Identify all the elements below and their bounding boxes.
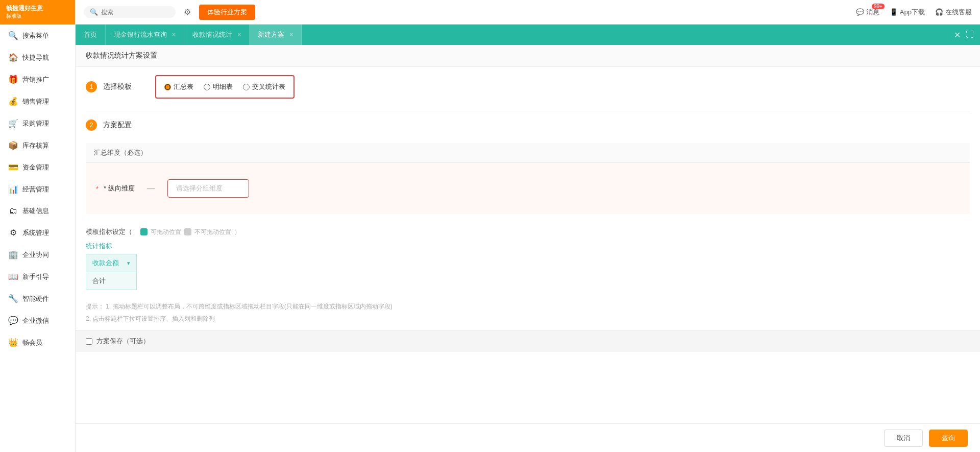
tab-stats-close[interactable]: ×: [237, 31, 241, 38]
cancel-button[interactable]: 取消: [884, 430, 923, 447]
tips-section: 提示： 1. 拖动标题栏可以调整布局，不可跨维度或指标区域拖动栏目字段(只能在同…: [76, 295, 980, 330]
sales-icon: 💰: [8, 97, 18, 106]
sidebar-item-sales[interactable]: 💰 销售管理: [0, 90, 75, 112]
save-label: 方案保存（可选）: [96, 337, 150, 346]
template-summary-radio[interactable]: [164, 84, 171, 90]
topbar-right: 💬 消息 99+ 📱 App下载 🎧 在线客服: [856, 8, 972, 17]
metrics-section: 模板指标设定（ 可拖动位置 不可拖动位置 ） 统计指标 收款金额: [76, 222, 980, 295]
vertical-dim-row: * * 纵向维度: [96, 184, 135, 193]
template-cross-radio[interactable]: [243, 84, 250, 90]
sidebar-item-enterprise[interactable]: 🏢 企业协同: [0, 244, 75, 266]
search-box[interactable]: 🔍: [84, 6, 176, 18]
save-checkbox[interactable]: [86, 338, 92, 345]
sidebar-item-system[interactable]: ⚙ 系统管理: [0, 222, 75, 244]
search-input[interactable]: [101, 9, 162, 16]
operations-icon: 📊: [8, 184, 18, 194]
dimension-drop-area: * * 纵向维度 — 请选择分组维度: [86, 163, 970, 214]
non-draggable-label: 不可拖动位置: [194, 228, 231, 236]
dimension-title: 汇总维度（必选）: [94, 149, 147, 156]
template-detail-radio[interactable]: [204, 84, 210, 90]
search-menu-icon: 🔍: [8, 31, 18, 40]
gear-icon[interactable]: ⚙: [184, 7, 191, 17]
metrics-col-header[interactable]: 收款金额 ▾: [86, 254, 136, 272]
marketing-icon: 🎁: [8, 75, 18, 84]
sidebar-item-purchase[interactable]: 🛒 采购管理: [0, 112, 75, 134]
sidebar-item-member[interactable]: 👑 畅会员: [0, 331, 75, 353]
content-area: 收款情况统计方案设置 1 选择模板 汇总表 明细表: [76, 45, 980, 423]
sidebar-item-basic-info[interactable]: 🗂 基础信息: [0, 200, 75, 222]
tab-home-label: 首页: [84, 30, 97, 39]
tab-bank-label: 现金银行流水查询: [114, 30, 167, 39]
template-cross[interactable]: 交叉统计表: [243, 82, 285, 91]
sidebar-item-label: 智能硬件: [22, 294, 49, 303]
sidebar-item-inventory[interactable]: 📦 库存核算: [0, 134, 75, 156]
logo-text: 畅捷通好生意: [6, 5, 43, 12]
tab-bank-close[interactable]: ×: [172, 31, 176, 38]
expand-tab-icon[interactable]: ⛶: [966, 30, 974, 39]
metrics-section-close: ）: [234, 228, 240, 236]
tips-title: 提示：: [86, 303, 104, 310]
tabbar: 首页 现金银行流水查询 × 收款情况统计 × 新建方案 × ✕ ⛶: [76, 25, 980, 45]
template-detail[interactable]: 明细表: [204, 82, 233, 91]
tip1: 提示： 1. 拖动标题栏可以调整布局，不可跨维度或指标区域拖动栏目字段(只能在同…: [86, 300, 970, 313]
purchase-icon: 🛒: [8, 118, 18, 128]
service-button[interactable]: 🎧 在线客服: [935, 8, 972, 17]
dimension-header: 汇总维度（必选）: [86, 143, 970, 163]
message-button[interactable]: 💬 消息 99+: [856, 8, 879, 17]
sidebar-item-smart-hw[interactable]: 🔧 智能硬件: [0, 288, 75, 310]
tab-new-plan-label: 新建方案: [258, 30, 284, 39]
metrics-header-row: 模板指标设定（ 可拖动位置 不可拖动位置 ）: [86, 227, 970, 236]
step2-title: 方案配置: [103, 121, 132, 130]
sidebar-item-beginner[interactable]: 📖 新手引导: [0, 266, 75, 288]
draggable-label: 可拖动位置: [151, 228, 181, 236]
template-summary[interactable]: 汇总表: [164, 82, 193, 91]
sidebar-item-label: 营销推广: [22, 75, 49, 84]
metrics-col-header-label: 收款金额: [92, 258, 119, 268]
page-title: 收款情况统计方案设置: [76, 45, 980, 67]
service-label: 在线客服: [945, 8, 972, 17]
tab-bank[interactable]: 现金银行流水查询 ×: [106, 25, 184, 45]
member-icon: 👑: [8, 338, 18, 347]
template-summary-label: 汇总表: [174, 82, 193, 91]
metrics-stat-label: 统计指标: [86, 242, 970, 251]
dimension-drop-box[interactable]: 请选择分组维度: [167, 179, 249, 198]
finance-icon: 💳: [8, 162, 18, 172]
tab-new-plan[interactable]: 新建方案 ×: [250, 25, 302, 45]
step2-section: 2 方案配置: [76, 111, 980, 143]
query-button[interactable]: 查询: [929, 430, 968, 447]
step1-row: 1 选择模板 汇总表 明细表 交叉统计表: [86, 75, 970, 99]
tab-stats[interactable]: 收款情况统计 ×: [184, 25, 250, 45]
beginner-icon: 📖: [8, 272, 18, 281]
vertical-dim-label: * 纵向维度: [104, 184, 135, 193]
sidebar-item-operations[interactable]: 📊 经营管理: [0, 178, 75, 200]
sidebar-item-label: 采购管理: [22, 119, 49, 128]
metrics-dropdown-icon[interactable]: ▾: [127, 260, 130, 267]
tab-home[interactable]: 首页: [76, 25, 106, 45]
topbar: 🔍 ⚙ 体验行业方案 💬 消息 99+ 📱 App下载 🎧 在线客服: [76, 0, 980, 25]
tab-new-plan-close[interactable]: ×: [289, 31, 293, 38]
sidebar-item-label: 资金管理: [22, 163, 49, 172]
step1-section: 1 选择模板 汇总表 明细表 交叉统计表: [76, 67, 980, 111]
sidebar-item-marketing[interactable]: 🎁 营销推广: [0, 68, 75, 90]
step2-row: 2 方案配置: [86, 120, 970, 131]
main-area: 🔍 ⚙ 体验行业方案 💬 消息 99+ 📱 App下载 🎧 在线客服 首页: [76, 0, 980, 452]
save-section: 方案保存（可选）: [76, 330, 980, 352]
metrics-column-payment: 收款金额 ▾ 合计: [86, 254, 137, 290]
sidebar-item-finance[interactable]: 💳 资金管理: [0, 156, 75, 178]
sidebar: 畅捷通好生意 标准版 🔍 搜索菜单 🏠 快捷导航 🎁 营销推广 💰 销售管理 🛒…: [0, 0, 76, 452]
template-cross-label: 交叉统计表: [252, 82, 285, 91]
sidebar-item-label: 快捷导航: [22, 53, 49, 62]
sidebar-item-wechat[interactable]: 💬 企业微信: [0, 310, 75, 331]
sidebar-item-search-menu[interactable]: 🔍 搜索菜单: [0, 25, 75, 46]
drag-badge: [140, 228, 148, 235]
draggable-legend: 可拖动位置 不可拖动位置 ）: [140, 228, 240, 236]
metrics-grid: 收款金额 ▾ 合计: [86, 254, 970, 290]
metrics-col-cell: 合计: [86, 272, 136, 290]
trial-button[interactable]: 体验行业方案: [199, 5, 255, 20]
required-star: *: [96, 185, 99, 193]
close-tab-icon[interactable]: ✕: [954, 30, 961, 40]
download-button[interactable]: 📱 App下载: [890, 8, 925, 17]
template-detail-label: 明细表: [213, 82, 233, 91]
sidebar-item-quick-nav[interactable]: 🏠 快捷导航: [0, 46, 75, 68]
system-icon: ⚙: [8, 228, 18, 237]
